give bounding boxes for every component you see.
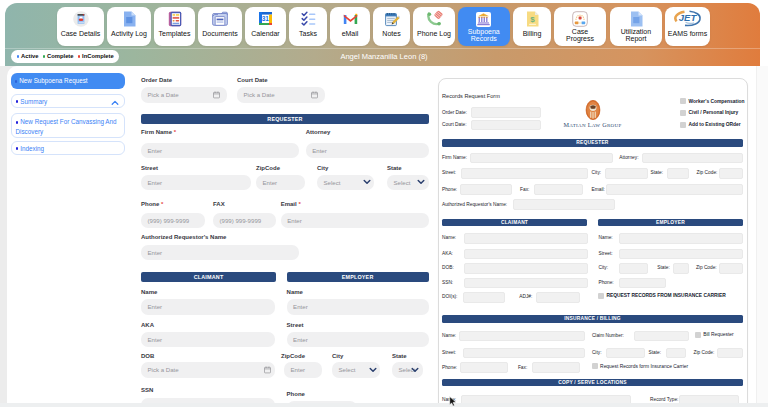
svg-text:$: $	[530, 15, 535, 24]
svg-text:31: 31	[262, 15, 270, 22]
svg-text:JET: JET	[678, 12, 697, 23]
